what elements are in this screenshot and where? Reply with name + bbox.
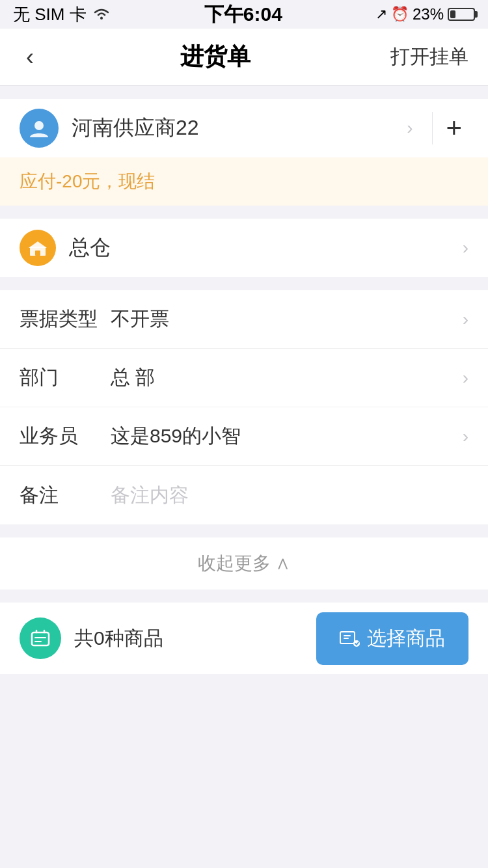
open-pending-button[interactable]: 打开挂单 [390, 44, 468, 70]
warehouse-name: 总仓 [69, 234, 463, 262]
supplier-name: 河南供应商22 [72, 114, 407, 142]
collapse-button[interactable]: 收起更多 ∧ [0, 537, 488, 590]
remark-row[interactable]: 备注 备注内容 [0, 466, 488, 524]
wifi-icon [92, 5, 111, 25]
remark-input[interactable]: 备注内容 [98, 482, 468, 509]
battery-percent: 23% [413, 5, 444, 23]
alarm-icon: ⏰ [391, 6, 409, 23]
warehouse-section[interactable]: 总仓 › [0, 219, 488, 277]
invoice-type-chevron: › [463, 309, 468, 330]
svg-rect-5 [32, 632, 49, 645]
supplier-chevron-icon: › [407, 118, 413, 139]
section-gap-1 [0, 86, 488, 99]
page-title: 进货单 [180, 41, 251, 73]
form-section: 票据类型 不开票 › 部门 总 部 › 业务员 这是859的小智 › 备注 备注… [0, 290, 488, 524]
select-product-label: 选择商品 [367, 625, 445, 652]
salesperson-value: 这是859的小智 [98, 423, 463, 450]
product-bar: 共0种商品 选择商品 [0, 603, 488, 674]
page-background [0, 674, 488, 868]
status-bar: 无 SIM 卡 下午6:04 ↗ ⏰ 23% [0, 0, 488, 29]
notice-bar: 应付-20元，现结 [0, 157, 488, 206]
department-row[interactable]: 部门 总 部 › [0, 349, 488, 407]
svg-point-7 [353, 640, 360, 647]
invoice-type-label: 票据类型 [20, 306, 98, 332]
invoice-type-row[interactable]: 票据类型 不开票 › [0, 290, 488, 349]
remark-label: 备注 [20, 482, 98, 509]
back-button[interactable]: ‹ [20, 37, 40, 77]
warehouse-icon [20, 230, 56, 266]
department-label: 部门 [20, 364, 98, 391]
battery-icon [448, 8, 475, 21]
status-time: 下午6:04 [204, 1, 282, 28]
supplier-row[interactable]: 河南供应商22 › + [0, 99, 488, 157]
supplier-section: 河南供应商22 › + 应付-20元，现结 [0, 99, 488, 206]
svg-point-0 [100, 17, 103, 20]
svg-marker-3 [29, 241, 47, 248]
svg-rect-4 [35, 251, 40, 256]
product-count: 共0种商品 [74, 625, 316, 652]
department-chevron: › [463, 368, 468, 388]
department-value: 总 部 [98, 364, 463, 391]
add-supplier-button[interactable]: + [439, 113, 468, 144]
product-icon [20, 617, 61, 659]
salesperson-row[interactable]: 业务员 这是859的小智 › [0, 407, 488, 466]
sim-label: 无 SIM 卡 [13, 3, 87, 26]
status-left: 无 SIM 卡 [13, 3, 111, 26]
svg-point-1 [34, 121, 44, 130]
location-icon: ↗ [375, 6, 387, 23]
salesperson-chevron: › [463, 426, 468, 447]
select-product-button[interactable]: 选择商品 [316, 612, 468, 665]
salesperson-label: 业务员 [20, 423, 98, 450]
status-right: ↗ ⏰ 23% [375, 5, 475, 23]
invoice-type-value: 不开票 [98, 306, 463, 332]
notice-text: 应付-20元，现结 [20, 171, 155, 191]
collapse-label: 收起更多 ∧ [198, 551, 291, 576]
supplier-avatar [20, 109, 59, 148]
supplier-divider [432, 112, 433, 144]
warehouse-chevron-icon: › [463, 237, 468, 258]
nav-bar: ‹ 进货单 打开挂单 [0, 29, 488, 86]
